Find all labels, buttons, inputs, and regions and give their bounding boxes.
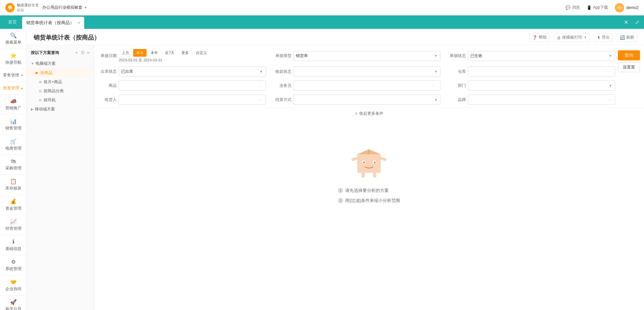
logo-line1: 畅捷通好生意 — [17, 3, 39, 7]
sidebar-label-wholesale: 批发管理 — [3, 85, 19, 91]
dept-chevron-icon: ▼ — [609, 84, 612, 88]
sidebar-item-system[interactable]: ⚙ 系统管理 — [0, 255, 26, 275]
doc-type-select[interactable]: 销货单 ▼ — [293, 51, 441, 61]
sidebar-item-ecommerce[interactable]: 🛒 电商管理 — [0, 135, 26, 155]
print-button[interactable]: 🖨 按模板打印 ▼ — [554, 33, 590, 42]
filter-goods: 商品 ··· — [98, 80, 266, 91]
dept-select[interactable]: ▼ — [468, 81, 615, 91]
date-btn-this-month[interactable]: 本月 — [133, 49, 147, 57]
step2-num: 2 — [338, 198, 343, 203]
brand-select[interactable]: ··· — [468, 95, 615, 105]
date-btn-7days[interactable]: 近7天 — [162, 49, 177, 57]
filter-query-area: 单据日期 上月 本月 本年 近7天 更多 自定义 — [94, 45, 644, 108]
payment-select[interactable]: ▼ — [293, 95, 441, 105]
tab-maximize-button[interactable]: ⤢ — [633, 18, 641, 27]
sidebar-item-purchase[interactable]: 🛍 采购管理 — [0, 155, 26, 175]
sidebar-label-operations: 经营管理 — [5, 226, 21, 231]
receiver-dots: ··· — [258, 97, 263, 102]
doc-type-input: 销货单 ▼ — [293, 51, 441, 61]
doc-status-value: 已生效 — [470, 53, 482, 59]
receiver-select[interactable]: ··· — [119, 95, 266, 105]
stock-status-select[interactable]: 已出库 ▼ — [119, 66, 266, 76]
warehouse-label: 仓库 — [447, 69, 466, 74]
left-panel-title: 按以下方案查询 — [31, 50, 59, 56]
tree-group-desktop: ▼ 电脑端方案 ● 按商品 ⊞ 按月+商品 ⊟ — [27, 59, 94, 105]
step2-text: 用[过滤]条件来缩小分析范围 — [345, 196, 400, 205]
date-controls: 上月 本月 本年 近7天 更多 自定义 2023-03-01 至 2023-03… — [119, 49, 266, 63]
staff-dots: ··· — [432, 83, 437, 88]
query-buttons: 查询 设置置 — [618, 49, 640, 72]
refresh-button[interactable]: 🔄 刷新 — [617, 33, 637, 42]
active-dot-icon: ● — [35, 70, 38, 76]
doc-status-select[interactable]: 已生效 ▼ — [468, 51, 615, 61]
retail-arrow-icon: ▼ — [20, 74, 23, 77]
receipt-status-chevron-icon: ▼ — [434, 70, 437, 73]
sidebar-item-wholesale[interactable]: 批发管理 ▲ — [0, 82, 26, 95]
message-button[interactable]: 💬 消息 — [566, 5, 580, 10]
sidebar-item-collab[interactable]: 🤝 企业协同 — [0, 275, 26, 296]
sidebar-item-finance[interactable]: 💰 资金管理 — [0, 195, 26, 215]
right-panel-inner: 单据日期 上月 本月 本年 近7天 更多 自定义 — [94, 45, 644, 310]
avatar: Ea — [615, 3, 624, 12]
collapse-panel-button[interactable]: « — [87, 50, 90, 56]
tree-item-driver-label: 按司机 — [44, 97, 56, 103]
sidebar-item-nav[interactable]: ⭐ 快捷导航 — [0, 49, 26, 69]
date-btn-custom[interactable]: 自定义 — [193, 49, 210, 57]
sidebar-item-sales[interactable]: 📊 销售管理 — [0, 115, 26, 135]
tab-bar: 首页 销货单统计表（按商品） × ✕ ⤢ — [0, 15, 644, 29]
sidebar-item-inventory[interactable]: 📋 库存核算 — [0, 175, 26, 195]
industry-selector[interactable]: 办公用品行业模拟账套 ▼ — [42, 5, 87, 10]
tree-item-category[interactable]: ⊟ 按商品分类 — [27, 87, 94, 96]
tab-close-window-button[interactable]: ✕ — [622, 18, 630, 27]
help-button[interactable]: ❓ 帮助 — [529, 33, 550, 42]
export-button[interactable]: ⬆ 导出 — [594, 33, 613, 42]
date-btn-this-year[interactable]: 本年 — [148, 49, 161, 57]
warehouse-select[interactable]: ··· — [468, 66, 615, 76]
guide-icon: 🚀 — [10, 299, 17, 305]
doc-status-input: 已生效 ▼ — [468, 51, 615, 61]
tree-group-mobile-header[interactable]: ▶ 移动端方案 — [27, 105, 94, 114]
tab-close-icon[interactable]: × — [77, 20, 80, 25]
tab-home[interactable]: 首页 — [3, 15, 22, 29]
refresh-label: 刷新 — [626, 35, 634, 40]
date-btn-more[interactable]: 更多 — [178, 49, 192, 57]
sidebar-item-guide[interactable]: 🚀 新手引导 — [0, 296, 26, 310]
goods-select[interactable]: ··· — [119, 81, 266, 91]
user-info[interactable]: Ea demo2 — [615, 3, 639, 12]
tab-active[interactable]: 销货单统计表（按商品） × — [22, 17, 84, 29]
empty-state: 1 请先选择要分析的方案 2 用[过滤]条件来缩小分析范围 — [94, 119, 644, 225]
tree-group-desktop-header[interactable]: ▼ 电脑端方案 — [27, 59, 94, 68]
tree-item-month-product[interactable]: ⊞ 按月+商品 — [27, 78, 94, 87]
sidebar-item-marketing[interactable]: 📣 营销推广 — [0, 95, 26, 115]
sidebar-item-retail[interactable]: 零售管理 ▼ — [0, 69, 26, 82]
edit-scheme-button[interactable]: ⊙ — [81, 50, 85, 56]
settings-button[interactable]: 设置置 — [618, 62, 640, 72]
filter-dept: 部门 ▼ — [447, 80, 615, 91]
tree-item-by-product-label: 按商品 — [40, 70, 52, 76]
brand-dots: ··· — [607, 97, 612, 102]
collapse-bar[interactable]: ∧ 收起更多条件 — [94, 108, 644, 119]
sidebar-label-nav: 快捷导航 — [5, 60, 21, 65]
receipt-status-input: ▼ — [293, 66, 441, 76]
svg-rect-0 — [357, 154, 381, 173]
sidebar-item-basic[interactable]: ℹ 基础信息 — [0, 235, 26, 255]
stock-status-label: 出库状态 — [98, 69, 117, 74]
filter-row-2: 出库状态 已出库 ▼ 收款状态 — [98, 66, 615, 77]
sidebar-item-operations[interactable]: 📈 经营管理 — [0, 215, 26, 235]
sidebar-item-search[interactable]: 🔍 搜索菜单 — [0, 29, 26, 49]
add-scheme-button[interactable]: ＋ — [74, 50, 79, 56]
receipt-status-select[interactable]: ▼ — [293, 66, 441, 76]
staff-label: 业务员 — [273, 83, 291, 89]
staff-select[interactable]: ··· — [293, 81, 441, 91]
sidebar-label-sales: 销售管理 — [5, 125, 21, 131]
page-title: 销货单统计表（按商品） — [34, 34, 100, 42]
date-btn-last-month[interactable]: 上月 — [119, 49, 132, 57]
filter-doc-type: 单据类型 销货单 ▼ — [273, 49, 441, 63]
tree-item-by-product[interactable]: ● 按商品 — [27, 68, 94, 78]
logo-text: 畅捷通好生意 标版 — [17, 3, 39, 12]
app-download-button[interactable]: 📱 App下载 — [587, 5, 608, 10]
tree-item-driver[interactable]: ⊟ 按司机 — [27, 96, 94, 105]
step1: 1 请先选择要分析的方案 — [338, 186, 400, 195]
print-label: 按模板打印 — [562, 35, 582, 40]
query-button[interactable]: 查询 — [618, 50, 640, 60]
